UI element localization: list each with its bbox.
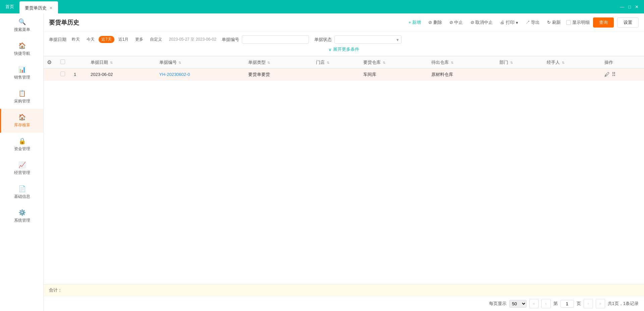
sidebar-item-quick-nav[interactable]: 🏠 快捷导航 [0, 37, 43, 61]
doc-type-sort-icon[interactable]: ⇅ [267, 61, 270, 64]
expand-icon: ∨ [328, 47, 332, 52]
finance-mgmt-icon: 🔒 [18, 137, 26, 145]
department-sort-icon[interactable]: ⇅ [510, 61, 513, 64]
sidebar-item-system-mgmt[interactable]: ⚙️ 系统管理 [0, 204, 43, 228]
page-size-select[interactable]: 50 10 20 100 [509, 300, 527, 308]
sidebar-item-purchase-mgmt[interactable]: 📋 采购管理 [0, 85, 43, 109]
first-page-button[interactable]: « [529, 299, 539, 308]
sidebar-item-sales-mgmt[interactable]: 📊 销售管理 [0, 61, 43, 85]
req-warehouse-sort-icon[interactable]: ⇅ [383, 61, 385, 64]
th-action: 操作 [601, 56, 644, 69]
handler-sort-icon[interactable]: ⇅ [562, 61, 565, 64]
prev-page-button[interactable]: ‹ [541, 299, 551, 308]
next-page-button[interactable]: › [584, 299, 593, 308]
expand-more-section: ∨ 展开更多条件 [49, 46, 639, 52]
th-req-warehouse: 要货仓库 ⇅ [360, 56, 428, 69]
date-option-today[interactable]: 今天 [84, 36, 97, 43]
sidebar-item-inventory[interactable]: 🏠 库存核算 [0, 109, 43, 133]
cancel-stop-button[interactable]: ⊘ 取消中止 [469, 18, 495, 27]
td-doc-no: YH-20230602-0 [156, 69, 245, 81]
th-req-warehouse-label: 要货仓库 [363, 60, 381, 65]
tab-home[interactable]: 首页 [0, 0, 19, 13]
date-option-yesterday[interactable]: 昨天 [69, 36, 83, 43]
date-filter-label: 单据日期 [49, 37, 66, 43]
th-pending-warehouse: 待出仓库 ⇅ [428, 56, 496, 69]
sidebar-item-basic-info[interactable]: 📄 基础信息 [0, 180, 43, 204]
doc-status-filter-group: 单据状态 [314, 35, 401, 44]
main-layout: 🔍 搜索菜单 🏠 快捷导航 📊 销售管理 📋 采购管理 🏠 库存核算 🔒 资金管… [0, 13, 644, 311]
new-button[interactable]: + 新增 [407, 18, 423, 27]
maximize-icon[interactable]: □ [628, 4, 631, 9]
sidebar-item-finance-mgmt[interactable]: 🔒 资金管理 [0, 133, 43, 157]
doc-no-input[interactable] [242, 35, 309, 44]
expand-more-button[interactable]: ∨ 展开更多条件 [328, 46, 359, 52]
quick-nav-icon: 🏠 [18, 42, 26, 49]
query-button[interactable]: 查询 [593, 17, 614, 28]
doc-no-link[interactable]: YH-20230602-0 [159, 72, 190, 77]
delete-button[interactable]: ⊘ 删除 [426, 18, 444, 27]
store-sort-icon[interactable]: ⇅ [327, 61, 329, 64]
th-handler-label: 经手人 [547, 60, 560, 65]
date-option-7days[interactable]: 近7天 [99, 36, 114, 43]
select-all-checkbox[interactable] [60, 59, 65, 64]
td-store [313, 69, 360, 81]
column-settings-icon[interactable]: ⚙ [47, 59, 52, 65]
doc-no-filter-label: 单据编号 [222, 37, 239, 43]
summary-label: 合计： [49, 287, 62, 293]
th-store-label: 门店 [316, 60, 325, 65]
page-total: 共1页，1条记录 [608, 301, 639, 307]
date-range-display: 2023-05-27 至 2023-06-02 [169, 37, 216, 42]
refresh-button[interactable]: ↻ 刷新 [545, 18, 563, 27]
table-row: 1 2023-06-02 YH-20230602-0 要货单要货 [44, 69, 644, 81]
basic-info-icon: 📄 [18, 185, 26, 192]
action-icons: 🖊 ⠿ [604, 71, 641, 78]
tab-requisition-history[interactable]: 要货单历史 ✕ [19, 1, 58, 15]
pending-warehouse-sort-icon[interactable]: ⇅ [451, 61, 453, 64]
search-menu-icon: 🔍 [18, 18, 26, 26]
doc-date-sort-icon[interactable]: ⇅ [110, 61, 113, 64]
td-settings [44, 69, 57, 81]
table-header-row: ⚙ 单据日期 ⇅ 单据编号 ⇅ [44, 56, 644, 69]
table-area: ⚙ 单据日期 ⇅ 单据编号 ⇅ [44, 56, 644, 284]
display-detail-toggle[interactable]: 显示明细 [566, 19, 590, 26]
close-tab-icon[interactable]: ✕ [49, 6, 53, 10]
td-department [496, 69, 543, 81]
settings-button[interactable]: 设置 [617, 17, 639, 28]
doc-no-filter-group: 单据编号 [222, 35, 309, 44]
th-department-label: 部门 [499, 60, 508, 65]
minimize-icon[interactable]: — [620, 4, 624, 9]
window-close-icon[interactable]: ✕ [635, 4, 639, 9]
edit-icon[interactable]: 🖊 [604, 72, 610, 78]
sidebar-item-search-menu[interactable]: 🔍 搜索菜单 [0, 13, 43, 37]
page-label: 第 [553, 301, 558, 307]
print-dropdown-icon: ▾ [516, 20, 518, 25]
display-detail-checkbox[interactable] [566, 20, 571, 25]
system-mgmt-icon: ⚙️ [18, 209, 26, 216]
export-button[interactable]: ↗ 导出 [524, 18, 542, 27]
inventory-icon: 🏠 [18, 114, 26, 121]
doc-no-sort-icon[interactable]: ⇅ [178, 61, 181, 64]
stop-button[interactable]: ⊘ 中止 [447, 18, 465, 27]
last-page-button[interactable]: » [596, 299, 605, 308]
page-title: 要货单历史 [49, 18, 79, 27]
th-pending-warehouse-label: 待出仓库 [431, 60, 449, 65]
date-filter-group: 单据日期 昨天 今天 近7天 近1月 更多 自定义 2023-05-27 至 2… [49, 36, 216, 43]
th-doc-no-label: 单据编号 [159, 60, 177, 65]
doc-status-select[interactable] [334, 35, 401, 44]
date-option-1month[interactable]: 近1月 [116, 36, 131, 43]
date-option-more[interactable]: 更多 [132, 36, 146, 43]
page-input[interactable] [560, 300, 574, 308]
sidebar: 🔍 搜索菜单 🏠 快捷导航 📊 销售管理 📋 采购管理 🏠 库存核算 🔒 资金管… [0, 13, 44, 311]
operations-mgmt-icon: 📈 [18, 161, 26, 169]
data-table: ⚙ 单据日期 ⇅ 单据编号 ⇅ [44, 56, 644, 81]
purchase-mgmt-icon: 📋 [18, 90, 26, 97]
toolbar: + 新增 ⊘ 删除 ⊘ 中止 ⊘ 取消中止 🖨 打印 ▾ ↗ 导出 [407, 17, 639, 28]
date-option-custom[interactable]: 自定义 [147, 36, 165, 43]
print-button[interactable]: 🖨 打印 ▾ [498, 18, 520, 27]
row-checkbox[interactable] [60, 72, 65, 76]
page-header: 要货单历史 + 新增 ⊘ 删除 ⊘ 中止 ⊘ 取消中止 🖨 打印 ▾ [44, 13, 644, 32]
more-icon[interactable]: ⠿ [612, 71, 616, 78]
table-body: 1 2023-06-02 YH-20230602-0 要货单要货 [44, 69, 644, 81]
sidebar-item-operations-mgmt[interactable]: 📈 经营管理 [0, 157, 43, 180]
td-doc-date: 2023-06-02 [87, 69, 156, 81]
